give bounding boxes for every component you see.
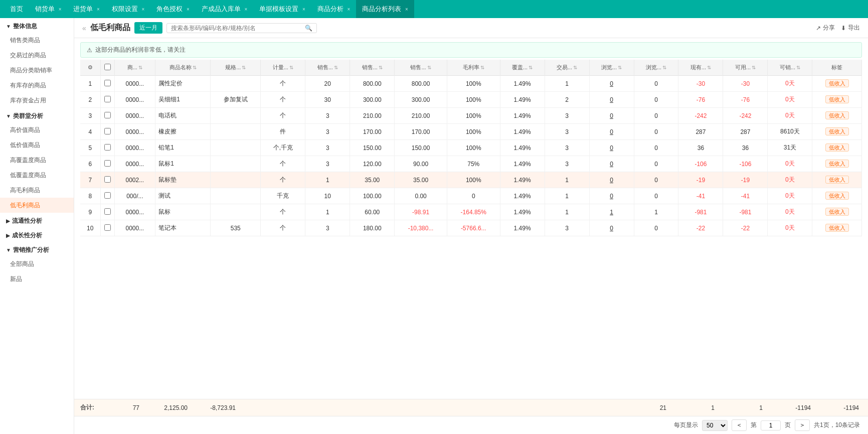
row-view1[interactable]: 1 bbox=[589, 204, 634, 220]
sort-stock-icon[interactable]: ⇅ bbox=[707, 65, 711, 70]
sort-margin-icon[interactable]: ⇅ bbox=[480, 65, 484, 70]
sidebar-item-low-value[interactable]: 低价值商品 bbox=[0, 137, 74, 153]
nav-product-analysis[interactable]: 商品分析 × bbox=[311, 0, 356, 18]
filter-period-button[interactable]: 近一月 bbox=[134, 22, 162, 34]
nav-analysis-list[interactable]: 商品分析列表 × bbox=[356, 0, 414, 18]
row-view1[interactable]: 0 bbox=[589, 108, 634, 124]
row-checkbox-cell[interactable] bbox=[100, 140, 114, 156]
sort-qty-icon[interactable]: ⇅ bbox=[334, 65, 338, 70]
row-view1[interactable]: 0 bbox=[589, 220, 634, 236]
search-input[interactable] bbox=[171, 25, 305, 32]
sidebar-group-cluster[interactable]: ▼ 类群堂分析 bbox=[0, 108, 74, 122]
sidebar-item-high-margin[interactable]: 高毛利商品 bbox=[0, 183, 74, 198]
row-checkbox-cell[interactable] bbox=[100, 124, 114, 140]
col-checkbox[interactable] bbox=[100, 60, 114, 76]
sidebar-item-new-products[interactable]: 新品 bbox=[0, 271, 74, 286]
row-checkbox-cell[interactable] bbox=[100, 156, 114, 172]
sort-profit-icon[interactable]: ⇅ bbox=[427, 65, 431, 70]
nav-purchase[interactable]: 进货单 × bbox=[67, 0, 105, 18]
sidebar-item-high-value[interactable]: 高价值商品 bbox=[0, 122, 74, 137]
row-checkbox[interactable] bbox=[104, 96, 111, 102]
row-name[interactable]: 笔记本 bbox=[155, 220, 211, 236]
row-name[interactable]: 鼠标垫 bbox=[155, 172, 211, 188]
row-checkbox[interactable] bbox=[104, 112, 111, 118]
per-page-select[interactable]: 50 100 bbox=[702, 420, 728, 431]
row-name[interactable]: 测试 bbox=[155, 188, 211, 204]
sort-coverage-icon[interactable]: ⇅ bbox=[529, 65, 533, 70]
row-view1[interactable]: 0 bbox=[589, 188, 634, 204]
settings-icon[interactable]: ⚙ bbox=[88, 64, 93, 70]
row-view1[interactable]: 0 bbox=[589, 76, 634, 92]
row-checkbox-cell[interactable] bbox=[100, 76, 114, 92]
sidebar-item-in-stock-products[interactable]: 有库存的商品 bbox=[0, 78, 74, 93]
select-all-checkbox[interactable] bbox=[104, 64, 111, 70]
sort-spec-icon[interactable]: ⇅ bbox=[242, 65, 246, 70]
row-view1[interactable]: 0 bbox=[589, 140, 634, 156]
row-checkbox-cell[interactable] bbox=[100, 92, 114, 108]
row-view1[interactable]: 0 bbox=[589, 124, 634, 140]
row-checkbox[interactable] bbox=[104, 224, 111, 231]
sidebar-item-all-products[interactable]: 全部商品 bbox=[0, 256, 74, 271]
row-checkbox-cell[interactable] bbox=[100, 220, 114, 236]
row-checkbox[interactable] bbox=[104, 192, 111, 199]
row-view1[interactable]: 0 bbox=[589, 92, 634, 108]
sort-view1-icon[interactable]: ⇅ bbox=[618, 65, 622, 70]
row-name[interactable]: 铅笔1 bbox=[155, 140, 211, 156]
row-name[interactable]: 吴细细1 bbox=[155, 92, 211, 108]
nav-home[interactable]: 首页 bbox=[4, 0, 29, 18]
sort-transaction-icon[interactable]: ⇅ bbox=[573, 65, 577, 70]
row-checkbox[interactable] bbox=[104, 208, 111, 215]
sort-price-icon[interactable]: ⇅ bbox=[379, 65, 383, 70]
sidebar-collapse-button[interactable]: « bbox=[82, 24, 86, 32]
nav-product-entry[interactable]: 产成品入库单 × bbox=[196, 0, 253, 18]
nav-close-permissions[interactable]: × bbox=[142, 7, 145, 12]
sidebar-group-overall[interactable]: ▼ 整体信息 bbox=[0, 18, 74, 33]
sidebar-item-sales-products[interactable]: 销售类商品 bbox=[0, 33, 74, 48]
prev-page-button[interactable]: ＜ bbox=[732, 419, 747, 431]
sidebar-item-inventory-capital[interactable]: 库存资金占用 bbox=[0, 93, 74, 108]
nav-sales[interactable]: 销货单 × bbox=[29, 0, 67, 18]
sidebar-group-marketing[interactable]: ▼ 营销推广分析 bbox=[0, 242, 74, 256]
row-name[interactable]: 鼠标1 bbox=[155, 156, 211, 172]
row-name[interactable]: 属性定价 bbox=[155, 76, 211, 92]
nav-close-template[interactable]: × bbox=[302, 7, 305, 12]
row-view1[interactable]: 0 bbox=[589, 172, 634, 188]
page-number-input[interactable] bbox=[761, 420, 781, 430]
nav-close-analysis-list[interactable]: × bbox=[405, 7, 408, 12]
nav-close-purchase[interactable]: × bbox=[97, 7, 100, 12]
sidebar-item-category-sales-rate[interactable]: 商品分类助销率 bbox=[0, 63, 74, 78]
row-checkbox[interactable] bbox=[104, 160, 111, 167]
nav-close-sales[interactable]: × bbox=[59, 7, 62, 12]
sort-available-icon[interactable]: ⇅ bbox=[752, 65, 756, 70]
sort-code-icon[interactable]: ⇅ bbox=[138, 65, 142, 70]
nav-close-roles[interactable]: × bbox=[187, 7, 190, 12]
sidebar-group-growth[interactable]: ▶ 成长性分析 bbox=[0, 227, 74, 242]
row-checkbox-cell[interactable] bbox=[100, 188, 114, 204]
sidebar-item-low-margin[interactable]: 低毛利商品 bbox=[0, 198, 74, 213]
next-page-button[interactable]: ＞ bbox=[795, 419, 810, 431]
row-checkbox-cell[interactable] bbox=[100, 108, 114, 124]
nav-roles[interactable]: 角色授权 × bbox=[150, 0, 195, 18]
sidebar-item-high-coverage[interactable]: 高覆盖度商品 bbox=[0, 153, 74, 168]
nav-permissions[interactable]: 权限设置 × bbox=[106, 0, 150, 18]
sort-name-icon[interactable]: ⇅ bbox=[193, 65, 197, 70]
sort-view2-icon[interactable]: ⇅ bbox=[662, 65, 666, 70]
row-name[interactable]: 橡皮擦 bbox=[155, 124, 211, 140]
row-checkbox[interactable] bbox=[104, 80, 111, 86]
row-name[interactable]: 电话机 bbox=[155, 108, 211, 124]
row-checkbox[interactable] bbox=[104, 176, 111, 183]
sidebar-item-traded-products[interactable]: 交易过的商品 bbox=[0, 48, 74, 63]
row-checkbox[interactable] bbox=[104, 144, 111, 151]
share-button[interactable]: ↗ 分享 bbox=[816, 24, 835, 32]
row-checkbox-cell[interactable] bbox=[100, 172, 114, 188]
sidebar-group-liquidity[interactable]: ▶ 流通性分析 bbox=[0, 213, 74, 227]
search-icon[interactable]: 🔍 bbox=[305, 25, 312, 32]
row-checkbox[interactable] bbox=[104, 128, 111, 134]
export-button[interactable]: ⬇ 导出 bbox=[841, 24, 860, 32]
sort-saleable-icon[interactable]: ⇅ bbox=[796, 65, 800, 70]
nav-close-product-entry[interactable]: × bbox=[245, 7, 248, 12]
nav-close-analysis[interactable]: × bbox=[347, 7, 350, 12]
nav-template-settings[interactable]: 单据模板设置 × bbox=[253, 0, 311, 18]
row-view1[interactable]: 0 bbox=[589, 156, 634, 172]
sort-unit-icon[interactable]: ⇅ bbox=[289, 65, 293, 70]
